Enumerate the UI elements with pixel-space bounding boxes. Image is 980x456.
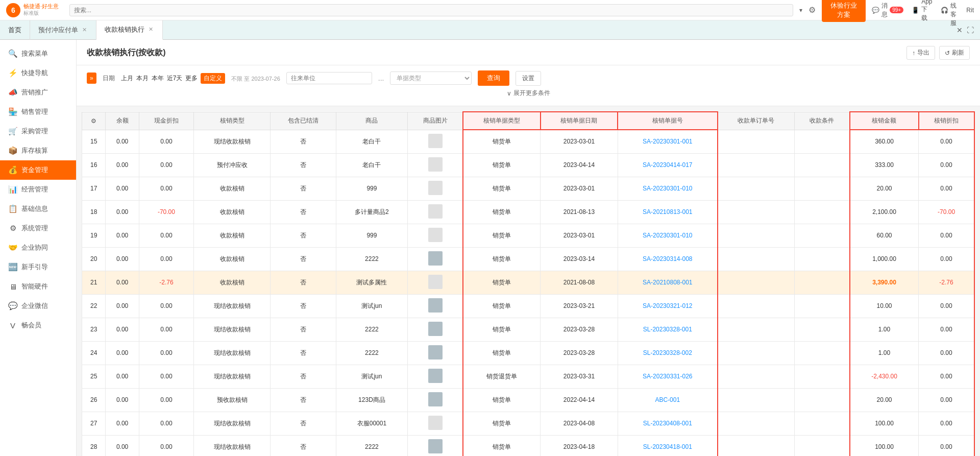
sidebar-item-finance[interactable]: 💰 资金管理 bbox=[0, 160, 76, 180]
dropdown-button[interactable]: ▾ bbox=[799, 7, 802, 14]
filter-expand-button[interactable]: » bbox=[87, 73, 96, 84]
refresh-button[interactable]: ↺ 刷新 bbox=[939, 46, 970, 60]
doc-no-link[interactable]: SA-20230301-010 bbox=[643, 232, 692, 239]
tab-close-all-button[interactable]: ✕ bbox=[957, 26, 963, 34]
date-opt-custom[interactable]: 自定义 bbox=[201, 73, 225, 84]
unit-filter-input[interactable] bbox=[286, 72, 372, 84]
cell-include-settled: 否 bbox=[271, 130, 336, 153]
cell-cancel-doc-no[interactable]: SA-20230414-017 bbox=[618, 153, 718, 177]
doc-no-link[interactable]: SA-20230331-026 bbox=[643, 373, 692, 380]
doc-no-link[interactable]: SA-20230301-001 bbox=[643, 138, 692, 145]
date-opt-7days[interactable]: 近7天 bbox=[167, 74, 183, 83]
cell-cancel-doc-no[interactable]: SL-20230418-001 bbox=[618, 435, 718, 456]
cell-goods-img bbox=[408, 200, 463, 224]
cell-cancel-doc-no[interactable]: SA-20230321-012 bbox=[618, 294, 718, 318]
sidebar-item-guide[interactable]: 🆕 新手引导 bbox=[0, 257, 76, 277]
cell-cancel-doc-no[interactable]: SA-20210808-001 bbox=[618, 271, 718, 294]
doc-no-link[interactable]: SA-20230414-017 bbox=[643, 161, 692, 169]
cell-cancel-doc-type: 销货单 bbox=[463, 435, 541, 456]
cell-no: 25 bbox=[82, 365, 106, 388]
industry-button[interactable]: 休验行业方案 bbox=[822, 0, 866, 22]
table-row: 28 0.00 0.00 现结收款核销 否 2222 销货单 2023-04-1… bbox=[82, 435, 975, 456]
tab-collection[interactable]: 收款核销执行 ✕ bbox=[96, 20, 163, 40]
message-label: 消息 bbox=[881, 2, 888, 19]
goods-image bbox=[428, 251, 443, 266]
tab-maximize-button[interactable]: ⛶ bbox=[967, 26, 974, 34]
sidebar-item-purchase[interactable]: 🛒 采购管理 bbox=[0, 122, 76, 141]
cell-receipt-condition bbox=[795, 388, 850, 412]
sidebar-item-hardware[interactable]: 🖥 智能硬件 bbox=[0, 277, 76, 296]
sidebar-item-wechat[interactable]: 💬 企业微信 bbox=[0, 296, 76, 316]
cell-cash-discount: 0.00 bbox=[139, 412, 194, 435]
cell-cancel-amount: 2,100.00 bbox=[850, 200, 919, 224]
sidebar-item-basic[interactable]: 📋 基础信息 bbox=[0, 199, 76, 219]
search-input-top[interactable] bbox=[69, 4, 793, 16]
cell-cancel-doc-no[interactable]: SA-20230314-008 bbox=[618, 247, 718, 271]
user-area[interactable]: Rit bbox=[966, 7, 974, 14]
tab-home[interactable]: 首页 bbox=[0, 20, 30, 40]
sidebar-item-marketing[interactable]: 📣 营销推广 bbox=[0, 83, 76, 102]
sidebar-label-nav: 快捷导航 bbox=[21, 68, 48, 78]
export-button[interactable]: ↑ 导出 bbox=[906, 46, 935, 60]
cell-cancel-amount: 333.00 bbox=[850, 153, 919, 177]
sidebar-item-inventory[interactable]: 📦 库存核算 bbox=[0, 141, 76, 160]
cell-cancel-doc-no[interactable]: SL-20230328-002 bbox=[618, 341, 718, 365]
col-settings[interactable]: ⚙ bbox=[82, 112, 106, 130]
sidebar-item-operation[interactable]: 📊 经营管理 bbox=[0, 180, 76, 199]
query-button[interactable]: 查询 bbox=[478, 70, 509, 86]
message-button[interactable]: 💬 消息 99+ bbox=[872, 2, 903, 19]
cell-cancel-doc-no[interactable]: SA-20230301-010 bbox=[618, 224, 718, 247]
logo-badge: 标准版 bbox=[23, 10, 59, 17]
filter-setting-button[interactable]: 设置 bbox=[516, 71, 541, 86]
cell-cancel-doc-no[interactable]: SA-20210813-001 bbox=[618, 200, 718, 224]
date-opt-this-month[interactable]: 本月 bbox=[136, 74, 149, 83]
doc-no-link[interactable]: SA-20230321-012 bbox=[643, 302, 692, 309]
date-opt-last-month[interactable]: 上月 bbox=[121, 74, 133, 83]
doc-no-link[interactable]: ABC-001 bbox=[655, 396, 680, 403]
cell-cancel-doc-no[interactable]: SA-20230331-026 bbox=[618, 365, 718, 388]
sidebar-item-search[interactable]: 🔍 搜索菜单 bbox=[0, 44, 76, 63]
message-icon: 💬 bbox=[872, 7, 879, 14]
cell-cancel-doc-no[interactable]: SA-20230301-010 bbox=[618, 177, 718, 200]
tab-prepay-close[interactable]: ✕ bbox=[81, 27, 88, 33]
date-opt-more[interactable]: 更多 bbox=[185, 74, 198, 83]
date-opt-this-year[interactable]: 本年 bbox=[152, 74, 164, 83]
cell-cancel-doc-no[interactable]: ABC-001 bbox=[618, 388, 718, 412]
tab-prepay[interactable]: 预付冲应付单 ✕ bbox=[30, 20, 96, 40]
sidebar-item-member[interactable]: V 畅会员 bbox=[0, 316, 76, 335]
cell-cancel-doc-no[interactable]: SL-20230408-001 bbox=[618, 412, 718, 435]
cell-cancel-doc-no[interactable]: SA-20230301-001 bbox=[618, 130, 718, 153]
doc-no-link[interactable]: SL-20230408-001 bbox=[643, 420, 692, 427]
cell-balance: 0.00 bbox=[106, 341, 139, 365]
expand-more-button[interactable]: ∨ 展开更多条件 bbox=[87, 86, 970, 101]
doc-no-link[interactable]: SL-20230418-001 bbox=[643, 443, 692, 450]
doc-no-link[interactable]: SA-20210813-001 bbox=[643, 208, 692, 215]
sidebar-item-sales[interactable]: 🏪 销售管理 bbox=[0, 102, 76, 122]
settings-top-button[interactable]: ⚙ bbox=[808, 5, 816, 15]
tab-bar: 首页 预付冲应付单 ✕ 收款核销执行 ✕ ✕ ⛶ bbox=[0, 20, 980, 40]
app-download-button[interactable]: 📱 App下载 bbox=[912, 0, 932, 22]
cell-receipt-condition bbox=[795, 224, 850, 247]
cell-balance: 0.00 bbox=[106, 271, 139, 294]
table-row: 16 0.00 0.00 预付冲应收 否 老白干 销货单 2023-04-14 … bbox=[82, 153, 975, 177]
doc-no-link[interactable]: SL-20230328-001 bbox=[643, 326, 692, 333]
cell-goods-img bbox=[408, 388, 463, 412]
cell-no: 20 bbox=[82, 247, 106, 271]
sidebar-item-system[interactable]: ⚙ 系统管理 bbox=[0, 219, 76, 238]
online-service-button[interactable]: 🎧 在线客服 bbox=[941, 0, 959, 28]
unit-dots[interactable]: ... bbox=[378, 74, 384, 82]
doc-no-link[interactable]: SA-20230314-008 bbox=[643, 255, 692, 262]
tab-collection-close[interactable]: ✕ bbox=[148, 26, 154, 33]
sidebar-item-enterprise[interactable]: 🤝 企业协同 bbox=[0, 238, 76, 257]
cell-cancel-amount: 100.00 bbox=[850, 412, 919, 435]
cell-no: 23 bbox=[82, 318, 106, 341]
cell-cancel-doc-no[interactable]: SL-20230328-001 bbox=[618, 318, 718, 341]
doc-no-link[interactable]: SA-20230301-010 bbox=[643, 185, 692, 192]
sidebar-item-nav[interactable]: ⚡ 快捷导航 bbox=[0, 63, 76, 83]
goods-image-empty bbox=[428, 181, 443, 195]
cell-goods-img bbox=[408, 294, 463, 318]
doc-no-link[interactable]: SA-20210808-001 bbox=[643, 279, 692, 286]
type-filter-select[interactable]: 单据类型 bbox=[390, 71, 472, 85]
cell-include-settled: 否 bbox=[271, 294, 336, 318]
doc-no-link[interactable]: SL-20230328-002 bbox=[643, 349, 692, 356]
